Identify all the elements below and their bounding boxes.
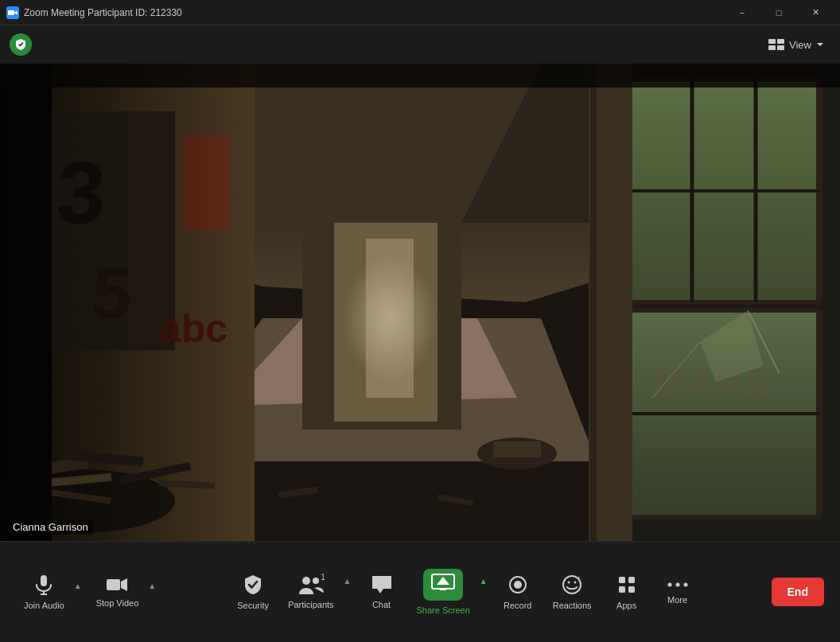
svg-rect-2 <box>777 39 784 44</box>
participant-name-label: Cianna Garrison <box>8 519 93 535</box>
toolbar-center-group: Security 1 Participants ▲ <box>229 562 701 621</box>
close-button[interactable]: ✕ <box>797 0 834 25</box>
svg-rect-73 <box>440 588 446 590</box>
maximize-button[interactable]: □ <box>760 0 797 25</box>
participants-chevron[interactable]: ▲ <box>340 575 355 587</box>
shield-icon <box>10 33 32 56</box>
join-audio-button[interactable]: Join Audio <box>16 567 72 617</box>
microphone-icon <box>33 574 55 596</box>
svg-point-70 <box>313 578 319 584</box>
header-bar: View <box>0 25 840 64</box>
minimize-button[interactable]: − <box>724 0 760 25</box>
chat-button[interactable]: Chat <box>358 568 406 616</box>
svg-rect-20 <box>183 135 231 231</box>
svg-rect-82 <box>619 586 625 593</box>
view-icon <box>768 39 784 50</box>
security-shield-icon <box>243 574 263 596</box>
participants-button[interactable]: 1 Participants <box>280 568 341 616</box>
participants-label: Participants <box>288 600 333 609</box>
svg-point-48 <box>342 255 438 382</box>
svg-rect-1 <box>768 39 776 44</box>
svg-rect-60 <box>0 64 52 541</box>
end-button[interactable]: End <box>772 578 824 606</box>
svg-point-69 <box>302 577 310 585</box>
more-icon <box>667 579 689 590</box>
svg-marker-72 <box>437 577 449 585</box>
shield-area <box>10 33 32 56</box>
reactions-icon-wrap: + <box>561 574 583 596</box>
title-bar: Zoom Meeting Participant ID: 212330 − □ … <box>0 0 840 25</box>
record-button[interactable]: Record <box>494 567 542 617</box>
toolbar: Join Audio ▲ Stop Video ▲ Security <box>0 541 840 642</box>
svg-rect-4 <box>777 45 784 50</box>
security-label: Security <box>237 601 269 610</box>
svg-rect-44 <box>590 64 597 541</box>
svg-text:3: 3 <box>54 143 108 241</box>
svg-point-86 <box>683 583 687 587</box>
zoom-logo-icon <box>6 6 19 19</box>
reactions-label: Reactions <box>553 601 592 610</box>
more-label: More <box>667 595 687 605</box>
stop-video-label: Stop Video <box>96 598 139 608</box>
apps-button[interactable]: Apps <box>603 567 651 617</box>
share-screen-button[interactable]: Share Screen <box>409 562 478 621</box>
svg-rect-61 <box>0 64 840 88</box>
window-controls: − □ ✕ <box>724 0 834 25</box>
chat-label: Chat <box>372 600 391 609</box>
svg-marker-68 <box>121 578 127 591</box>
svg-rect-63 <box>493 442 541 457</box>
video-background: 3 5 4 abc <box>0 64 840 541</box>
svg-text:+: + <box>577 574 581 582</box>
svg-point-85 <box>675 583 679 587</box>
video-icon <box>106 576 128 593</box>
share-screen-icon <box>423 569 463 601</box>
record-icon <box>507 574 529 596</box>
svg-rect-83 <box>628 586 635 593</box>
record-label: Record <box>504 601 531 610</box>
stop-video-button[interactable]: Stop Video <box>88 570 147 614</box>
participants-icon-wrap: 1 <box>298 574 324 595</box>
svg-point-84 <box>667 583 671 587</box>
svg-point-75 <box>514 581 522 589</box>
svg-rect-67 <box>107 579 120 590</box>
toolbar-left-group: Join Audio ▲ Stop Video ▲ <box>16 567 159 617</box>
svg-text:abc: abc <box>159 306 228 351</box>
join-audio-chevron[interactable]: ▲ <box>71 580 85 592</box>
share-screen-chevron[interactable]: ▲ <box>476 575 491 587</box>
svg-rect-64 <box>41 575 47 586</box>
join-audio-label: Join Audio <box>24 601 64 610</box>
svg-rect-80 <box>619 577 625 583</box>
chat-icon <box>371 574 393 595</box>
security-icon-wrap <box>243 574 263 596</box>
share-screen-label: Share Screen <box>417 605 470 615</box>
chat-icon-wrap <box>371 574 393 595</box>
apps-icon-wrap <box>616 574 638 596</box>
svg-rect-81 <box>628 577 635 583</box>
view-chevron-icon <box>816 42 824 47</box>
security-button[interactable]: Security <box>229 567 277 617</box>
corridor-scene: 3 5 4 abc <box>0 64 840 541</box>
video-area: 3 5 4 abc <box>0 64 840 541</box>
reactions-button[interactable]: + Reactions <box>545 567 600 617</box>
title-bar-title: Zoom Meeting Participant ID: 212330 <box>24 7 724 18</box>
stop-video-chevron[interactable]: ▲ <box>145 580 159 592</box>
reactions-icon: + <box>561 574 583 596</box>
more-icon-wrap <box>667 579 689 590</box>
share-screen-icon-wrap <box>423 569 463 601</box>
svg-rect-3 <box>768 45 776 50</box>
participants-count: 1 <box>321 573 325 582</box>
apps-icon <box>616 574 638 596</box>
apps-label: Apps <box>616 601 636 610</box>
svg-text:5: 5 <box>89 253 133 333</box>
view-label: View <box>789 39 811 51</box>
more-button[interactable]: More <box>654 573 702 611</box>
svg-point-77 <box>568 582 570 584</box>
record-icon-wrap <box>507 574 529 596</box>
stop-video-icon-wrap <box>106 576 128 593</box>
participants-icon <box>298 574 324 595</box>
view-button[interactable]: View <box>762 36 830 54</box>
join-audio-icon-wrap <box>33 574 55 596</box>
